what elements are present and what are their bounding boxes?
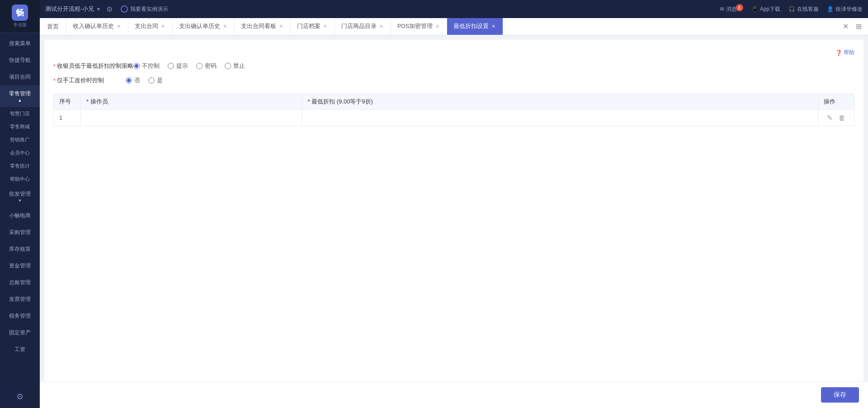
option-no-control[interactable]: 不控制	[133, 62, 160, 70]
option-manual-yes[interactable]: 是	[148, 76, 163, 84]
sidebar-item-shortcut-label: 快捷导航	[9, 56, 31, 64]
user-name: 徐泽华修改	[835, 5, 863, 13]
tab-pos-password-close[interactable]: ✕	[434, 23, 440, 30]
message-item[interactable]: ✉ 消息 8	[720, 5, 743, 13]
tab-home[interactable]: 首页	[40, 18, 66, 35]
demo-link[interactable]: 我要看实例演示	[121, 5, 168, 13]
tab-payment-confirm-close[interactable]: ✕	[222, 23, 228, 30]
tab-min-discount[interactable]: 最低折扣设置 ✕	[447, 18, 503, 35]
app-edition-label: 专业版	[13, 22, 27, 28]
sidebar-item-retail-label: 零售管理	[9, 90, 31, 98]
table-row-edit-button[interactable]: ✎	[825, 113, 835, 123]
sidebar-item-wholesale[interactable]: 批发管理 ▼	[0, 186, 40, 207]
sidebar-item-invoice-label: 发票管理	[9, 295, 31, 303]
tab-store-file[interactable]: 门店档案 ✕	[291, 18, 335, 35]
sidebar-item-inventory-label: 库存核算	[9, 245, 31, 253]
sidebar-settings-icon[interactable]: ⚙	[16, 385, 24, 408]
sidebar-item-marketing[interactable]: 营销推广	[0, 133, 40, 146]
sidebar-item-retail[interactable]: 零售管理 ▲	[0, 85, 40, 107]
chevron-down-icon: ▼	[18, 198, 22, 203]
sidebar-item-shortcut[interactable]: 快捷导航	[0, 52, 40, 69]
user-item[interactable]: 👤 徐泽华修改	[827, 5, 863, 13]
tab-close-all-icon[interactable]: ✕	[841, 21, 850, 32]
tab-payment-contract-close[interactable]: ✕	[160, 23, 166, 30]
sidebar-item-smart-store-label: 智慧门店	[10, 110, 30, 117]
radio-manual-yes[interactable]	[148, 77, 155, 84]
option-hint[interactable]: 提示	[168, 62, 188, 70]
table-row-delete-button[interactable]: 🗑	[836, 113, 848, 122]
tab-min-discount-label: 最低折扣设置	[453, 23, 489, 30]
sidebar-item-member-label: 会员中心	[10, 150, 30, 156]
tab-more-icon[interactable]: ⊞	[854, 21, 863, 32]
sidebar-item-tax[interactable]: 税务管理	[0, 308, 40, 324]
tab-payment-contract[interactable]: 支出合同 ✕	[128, 18, 173, 35]
question-icon: ❓	[835, 50, 842, 56]
sidebar-item-salary-label: 工资	[14, 346, 25, 353]
radio-password[interactable]	[196, 63, 203, 69]
sidebar-item-assets[interactable]: 固定资产	[0, 324, 40, 341]
tab-pos-password[interactable]: POS加密管理 ✕	[391, 18, 447, 35]
tab-income-confirm[interactable]: 收入确认单历史 ✕	[66, 18, 128, 35]
sidebar-item-purchase[interactable]: 采购管理	[0, 224, 40, 241]
message-icon: ✉	[720, 6, 724, 12]
sidebar-item-ecommerce[interactable]: 小畅电商	[0, 207, 40, 224]
radio-forbid[interactable]	[225, 63, 231, 69]
sidebar-item-help-center[interactable]: 帮助中心	[0, 173, 40, 186]
tabbar-end: ✕ ⊞	[836, 21, 868, 32]
tab-payment-confirm[interactable]: 支出确认单历史 ✕	[173, 18, 235, 35]
sidebar-item-retail-stat-label: 零售统计	[10, 163, 30, 169]
tab-income-confirm-close[interactable]: ✕	[116, 23, 122, 30]
sidebar-item-salary[interactable]: 工资	[0, 341, 40, 358]
option-forbid[interactable]: 禁止	[225, 62, 245, 70]
save-button[interactable]: 保存	[821, 387, 859, 403]
tabbar: 首页 收入确认单历史 ✕ 支出合同 ✕ 支出确认单历史 ✕ 支出合同看板 ✕ 门…	[40, 18, 868, 35]
sidebar-item-retail-stat[interactable]: 零售统计	[0, 159, 40, 173]
sidebar-item-project[interactable]: 项目合同	[0, 69, 40, 85]
sidebar-item-tax-label: 税务管理	[9, 312, 31, 320]
tab-payment-board[interactable]: 支出合同看板 ✕	[235, 18, 291, 35]
topbar: 测试分开流程-小兄 ▼ ⚙ 我要看实例演示 ✉ 消息 8 📱 App下载 🎧 在…	[40, 0, 868, 18]
col-header-seq: 序号	[54, 94, 81, 110]
col-operator-label: * 操作员	[86, 98, 108, 105]
main-area: 测试分开流程-小兄 ▼ ⚙ 我要看实例演示 ✉ 消息 8 📱 App下载 🎧 在…	[40, 0, 868, 408]
sidebar-item-smart-store[interactable]: 智慧门店	[0, 107, 40, 120]
topbar-right: ✉ 消息 8 📱 App下载 🎧 在线客服 👤 徐泽华修改	[720, 5, 863, 13]
option-manual-no[interactable]: 否	[126, 76, 140, 84]
sidebar-item-ledger-label: 总账管理	[9, 279, 31, 286]
sidebar-logo: 畅 专业版	[0, 0, 40, 33]
online-service-item[interactable]: 🎧 在线客服	[788, 5, 819, 13]
sidebar-item-retail-mall[interactable]: 零售商城	[0, 120, 40, 133]
radio-no-control[interactable]	[133, 63, 140, 69]
cashier-control-row: * 收银员低于最低折扣控制策略 不控制 提示	[53, 62, 854, 70]
table-cell-actions: ✎ 🗑	[818, 110, 854, 126]
sidebar-item-invoice[interactable]: 发票管理	[0, 291, 40, 308]
tab-store-products-close[interactable]: ✕	[378, 23, 384, 30]
tab-store-products[interactable]: 门店商品目录 ✕	[335, 18, 391, 35]
sidebar-item-project-label: 项目合同	[9, 73, 31, 81]
project-selector[interactable]: 测试分开流程-小兄 ▼	[45, 5, 101, 13]
sidebar-item-finance-label: 资金管理	[9, 262, 31, 270]
radio-manual-no[interactable]	[126, 77, 132, 84]
help-link[interactable]: ❓ 帮助	[835, 49, 854, 56]
sidebar-item-ecommerce-label: 小畅电商	[9, 212, 31, 220]
tab-store-file-close[interactable]: ✕	[322, 23, 328, 30]
app-download-icon: 📱	[751, 6, 758, 12]
radio-hint[interactable]	[168, 63, 174, 69]
sidebar-item-finance[interactable]: 资金管理	[0, 258, 40, 274]
discount-table: 序号 * 操作员 * 最低折扣 (9.00等于9折) 操作 1	[53, 94, 854, 126]
app-download-item[interactable]: 📱 App下载	[751, 5, 780, 13]
sidebar-item-search[interactable]: 搜索菜单	[0, 35, 40, 52]
topbar-settings-icon[interactable]: ⚙	[104, 5, 114, 14]
sidebar-item-ledger[interactable]: 总账管理	[0, 274, 40, 291]
sidebar-menu: 搜索菜单 快捷导航 项目合同 零售管理 ▲ 智慧门店 零售商城 营销推广 会员中…	[0, 33, 40, 385]
message-badge: 8	[736, 4, 743, 11]
demo-label: 我要看实例演示	[130, 5, 168, 13]
tab-payment-board-close[interactable]: ✕	[278, 23, 284, 30]
sidebar-item-retail-mall-label: 零售商城	[10, 123, 30, 130]
bottom-bar: 保存	[40, 381, 868, 408]
sidebar-item-inventory[interactable]: 库存核算	[0, 241, 40, 258]
sidebar-item-member[interactable]: 会员中心	[0, 146, 40, 159]
col-header-discount: * 最低折扣 (9.00等于9折)	[302, 94, 818, 110]
option-password[interactable]: 密码	[196, 62, 217, 70]
tab-min-discount-close[interactable]: ✕	[491, 23, 496, 30]
